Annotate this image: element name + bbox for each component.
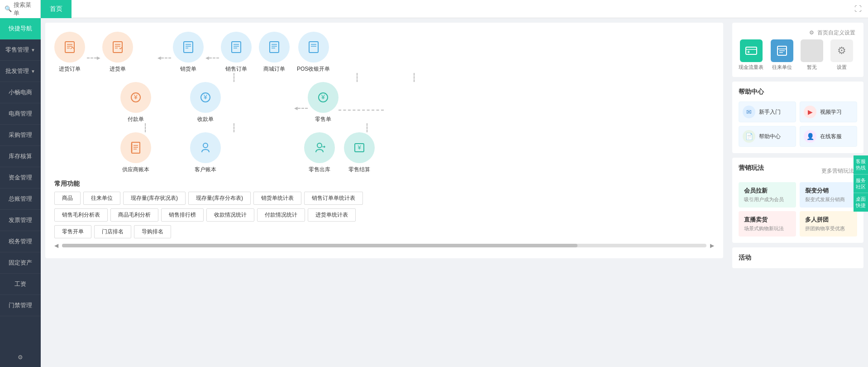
marketing-item-group[interactable]: 多人拼团 拼团购物享受优惠: [800, 211, 857, 237]
help-item-video[interactable]: ▶ 视频学习: [800, 101, 857, 122]
func-btn-purchase-stat[interactable]: 进货单统计表: [308, 208, 356, 222]
float-btn-community[interactable]: 服务社区: [854, 174, 868, 193]
func-btn-guide-rank[interactable]: 导购排名: [134, 225, 171, 238]
flow-node-sales[interactable]: 销货单: [173, 32, 204, 73]
sidebar-item-retail[interactable]: 零售管理 ▼: [0, 39, 41, 61]
float-btn-service[interactable]: 客服热线: [854, 155, 868, 174]
flow-node-retail-order[interactable]: ¥ 零售单: [308, 82, 339, 123]
func-btn-stock-dist[interactable]: 现存量(库存分布表): [188, 192, 251, 205]
fullscreen-button[interactable]: ⛶: [853, 4, 863, 14]
main-panel: 进货订单 ▶ 进货单: [41, 18, 728, 367]
help-item-help[interactable]: 📄 帮助中心: [739, 126, 796, 147]
marketing-more-link[interactable]: 更多营销玩法 ›: [821, 167, 857, 175]
doc-icon: 📄: [743, 130, 755, 143]
marketing-live-title: 直播卖货: [744, 216, 791, 224]
func-btn-sales-profit[interactable]: 销售毛利分析表: [54, 208, 108, 222]
scroll-right-button[interactable]: ▶: [710, 242, 714, 249]
flow-node-shop-order[interactable]: 商城订单: [259, 32, 290, 73]
marketing-item-fission[interactable]: 裂变分销 裂变式发展分销商: [800, 182, 857, 208]
func-btn-partner[interactable]: 往来单位: [83, 192, 120, 205]
sidebar-item-label: 电商管理: [9, 110, 32, 118]
scroll-left-button[interactable]: ◀: [54, 242, 58, 249]
quick-nav-item-partner[interactable]: 往来单位: [771, 39, 793, 71]
tab-home[interactable]: 首页: [41, 0, 72, 18]
svg-rect-20: [309, 42, 318, 53]
flow-node-sales-order[interactable]: 销售订单: [221, 32, 252, 73]
flow-node-receipt[interactable]: ¥ 收款单: [190, 82, 221, 123]
right-panel: ⚙ 首页自定义设置 现金流量表 往来单位: [728, 18, 868, 367]
sidebar-item-quick-nav[interactable]: 快捷导航: [0, 18, 41, 39]
float-btn-desktop[interactable]: 桌面快捷: [854, 193, 868, 212]
flow-node-supplier-ledger[interactable]: 供应商账本: [120, 132, 151, 174]
retail-order-icon: ¥: [308, 82, 339, 113]
empty-icon: [801, 39, 823, 62]
marketing-item-live[interactable]: 直播卖货 场景式购物新玩法: [739, 211, 796, 237]
person-icon: 👤: [804, 130, 816, 143]
floating-buttons: 客服热线 服务社区 桌面快捷: [854, 155, 868, 212]
sidebar-item-label: 固定资产: [9, 259, 32, 267]
marketing-item-member[interactable]: 会员拉新 吸引用户成为会员: [739, 182, 796, 208]
svg-point-35: [317, 143, 322, 148]
settings-nav-icon: ⚙: [830, 39, 853, 62]
flow-node-retail-out[interactable]: 零售出库: [304, 132, 335, 174]
sidebar-item-inventory[interactable]: 库存核算: [0, 146, 41, 167]
flow-node-retail-settle[interactable]: ¥ 零售结算: [344, 132, 375, 174]
sidebar-item-purchase[interactable]: 采购管理: [0, 125, 41, 146]
mail-icon: ✉: [743, 106, 755, 118]
sidebar-item-tax[interactable]: 税务管理: [0, 231, 41, 252]
sidebar-item-salary[interactable]: 工资: [0, 274, 41, 295]
retail-out-label: 零售出库: [309, 166, 330, 174]
sidebar-settings-button[interactable]: ⚙: [0, 348, 41, 367]
video-icon: ▶: [804, 106, 816, 118]
help-item-beginner[interactable]: ✉ 新手入门: [739, 101, 796, 122]
func-btn-payment-stat[interactable]: 付款情况统计: [257, 208, 305, 222]
receipt-icon: ¥: [190, 82, 221, 113]
sidebar-item-ecommerce-small[interactable]: 小畅电商: [0, 82, 41, 103]
help-beginner-label: 新手入门: [759, 108, 781, 116]
sales-order-label: 销售订单: [225, 65, 247, 73]
sidebar-item-assets[interactable]: 固定资产: [0, 252, 41, 274]
sidebar-item-ledger[interactable]: 总账管理: [0, 188, 41, 210]
func-btn-stock-status[interactable]: 现存量(库存状况表): [123, 192, 186, 205]
func-btn-goods-profit[interactable]: 商品毛利分析: [110, 208, 158, 222]
func-btn-goods[interactable]: 商品: [54, 192, 81, 205]
func-btn-sales-stat[interactable]: 销货单统计表: [253, 192, 301, 205]
help-video-label: 视频学习: [820, 108, 842, 116]
help-item-service[interactable]: 👤 在线客服: [800, 126, 857, 147]
func-btn-receipt-stat[interactable]: 收款情况统计: [206, 208, 254, 222]
sidebar-item-label: 批发管理: [5, 67, 29, 75]
sidebar-item-ecommerce-mgmt[interactable]: 电商管理: [0, 103, 41, 125]
quick-nav-settings[interactable]: ⚙ 首页自定义设置: [739, 29, 857, 37]
svg-text:¥: ¥: [357, 144, 361, 151]
sidebar-item-label: 采购管理: [9, 131, 32, 139]
flow-node-purchase[interactable]: 进货单: [102, 32, 133, 73]
sidebar-item-wholesale[interactable]: 批发管理 ▼: [0, 61, 41, 82]
purchase-icon: [102, 32, 133, 63]
quick-nav-icons: 现金流量表 往来单位 暂无 ⚙ 设置: [739, 39, 857, 71]
svg-point-34: [203, 143, 208, 148]
help-help-label: 帮助中心: [759, 133, 781, 140]
quick-nav-item-cashflow[interactable]: 现金流量表: [739, 39, 763, 71]
func-btn-store-rank[interactable]: 门店排名: [94, 225, 131, 238]
marketing-header: 营销玩法 更多营销玩法 ›: [739, 164, 857, 178]
search-menu[interactable]: 🔍 搜索菜单: [0, 0, 41, 18]
func-btn-sales-rank[interactable]: 销售排行榜: [161, 208, 204, 222]
sidebar-item-finance[interactable]: 资金管理: [0, 167, 41, 188]
marketing-card: 营销玩法 更多营销玩法 › 会员拉新 吸引用户成为会员 裂变分销 裂变式发展分销…: [732, 158, 863, 243]
sidebar-item-label: 工资: [14, 280, 26, 288]
pos-icon: [298, 32, 329, 63]
flow-node-purchase-order[interactable]: 进货订单: [54, 32, 85, 73]
sidebar-item-invoice[interactable]: 发票管理: [0, 210, 41, 231]
flow-node-payment[interactable]: ¥ 付款单: [120, 82, 151, 123]
func-btn-retail-open[interactable]: 零售开单: [54, 225, 91, 238]
scroll-track[interactable]: [62, 244, 706, 247]
func-btn-sales-order-stat[interactable]: 销售订单单统计表: [304, 192, 363, 205]
flow-node-pos[interactable]: POS收银开单: [297, 32, 330, 73]
customer-ledger-icon: [190, 132, 221, 163]
flow-node-customer-ledger[interactable]: 客户账本: [190, 132, 221, 174]
quick-nav-item-settings[interactable]: ⚙ 设置: [830, 39, 853, 71]
purchase-order-icon: [54, 32, 85, 63]
settings-nav-label: 设置: [837, 64, 847, 71]
cashflow-label: 现金流量表: [739, 64, 763, 71]
sidebar-item-access[interactable]: 门禁管理: [0, 295, 41, 316]
